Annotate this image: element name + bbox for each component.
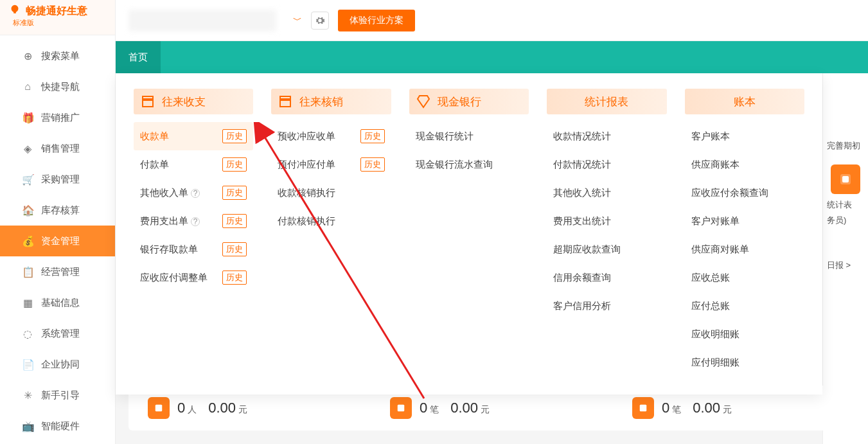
gutter-hint: 务员) — [827, 215, 864, 226]
mega-item[interactable]: 费用支出单?历史 — [134, 207, 253, 235]
sidebar-icon: ▦ — [22, 297, 33, 309]
sidebar-icon: 📄 — [22, 359, 33, 371]
mega-item[interactable]: 费用支出统计 — [547, 207, 666, 235]
mega-item[interactable]: 超期应收款查询 — [547, 235, 666, 263]
mega-item[interactable]: 应收总账 — [685, 263, 804, 292]
sidebar-item-label: 资金管理 — [41, 235, 80, 247]
svg-rect-4 — [640, 405, 647, 412]
history-badge[interactable]: 历史 — [360, 129, 385, 143]
mega-item[interactable]: 预付冲应付单历史 — [271, 150, 391, 179]
gear-icon[interactable] — [311, 12, 329, 30]
mega-item-label: 收款核销执行 — [278, 187, 335, 199]
nav-list: ⊕搜索菜单⌂快捷导航🎁营销推广◈销售管理🛒采购管理🏠库存核算💰资金管理📋经营管理… — [0, 35, 115, 441]
history-badge[interactable]: 历史 — [222, 186, 247, 200]
mega-item-label: 付款情况统计 — [553, 159, 611, 171]
mega-item[interactable]: 现金银行统计 — [409, 122, 529, 150]
mega-item[interactable]: 其他收入统计 — [547, 179, 666, 207]
mega-item-label: 费用支出单? — [140, 215, 200, 227]
mega-item[interactable]: 应付明细账 — [685, 348, 804, 377]
sidebar-item-10[interactable]: 📄企业协同 — [0, 349, 115, 380]
mega-item-label: 应收应付余额查询 — [691, 187, 768, 199]
sidebar-icon: 📺 — [22, 420, 33, 432]
cta-label: 体验行业方案 — [350, 15, 403, 26]
mega-item[interactable]: 供应商账本 — [685, 150, 804, 179]
mega-col-3: 统计报表收款情况统计付款情况统计其他收入统计费用支出统计超期应收款查询信用余额查… — [538, 89, 675, 379]
sidebar-item-4[interactable]: 🛒采购管理 — [0, 164, 115, 195]
chevron-down-icon[interactable]: ﹀ — [293, 15, 302, 26]
stat-amount: 0.00 — [450, 400, 478, 416]
mega-item[interactable]: 应收应付调整单历史 — [134, 263, 253, 292]
history-badge[interactable]: 历史 — [222, 242, 247, 256]
stat-count: 0 — [177, 400, 185, 416]
mega-item-label: 付款核销执行 — [278, 215, 335, 227]
stat-count-unit: 人 — [188, 404, 197, 416]
sidebar-icon: ◌ — [22, 328, 33, 340]
gutter-hint[interactable]: 日报 > — [827, 260, 864, 271]
mega-item-label: 收款情况统计 — [553, 130, 611, 143]
mega-col-title: 往来收支 — [162, 94, 206, 109]
mega-item[interactable]: 现金银行流水查询 — [409, 150, 529, 179]
mega-item[interactable]: 其他收入单?历史 — [134, 179, 253, 207]
sidebar-item-label: 搜索菜单 — [41, 50, 80, 62]
mega-item[interactable]: 应付总账 — [685, 292, 804, 320]
gutter-hint: 统计表 — [827, 199, 864, 211]
mega-item[interactable]: 客户对账单 — [685, 207, 804, 235]
mega-item[interactable]: 收款情况统计 — [547, 122, 666, 150]
mega-item[interactable]: 预收冲应收单历史 — [271, 122, 391, 150]
tab-home[interactable]: 首页 — [116, 41, 161, 73]
sidebar-item-8[interactable]: ▦基础信息 — [0, 287, 115, 318]
sidebar-item-11[interactable]: ✳新手引导 — [0, 380, 115, 411]
tab-strip: 首页 — [116, 41, 868, 73]
mega-item[interactable]: 客户账本 — [685, 122, 804, 150]
sidebar-item-1[interactable]: ⌂快捷导航 — [0, 71, 115, 102]
stat-icon — [390, 397, 412, 419]
org-selector[interactable] — [128, 10, 276, 31]
sidebar-item-3[interactable]: ◈销售管理 — [0, 133, 115, 164]
mega-col-header: 往来收支 — [134, 89, 253, 114]
history-badge[interactable]: 历史 — [360, 157, 385, 172]
sidebar-item-7[interactable]: 📋经营管理 — [0, 256, 115, 287]
mega-item[interactable]: 客户信用分析 — [547, 292, 666, 320]
mega-col-4: 账本客户账本供应商账本应收应付余额查询客户对账单供应商对账单应收总账应付总账应收… — [676, 89, 813, 379]
mega-item[interactable]: 应收明细账 — [685, 320, 804, 348]
mega-item[interactable]: 收款单历史 — [134, 122, 253, 150]
sidebar-item-12[interactable]: 📺智能硬件 — [0, 411, 115, 441]
mega-item[interactable]: 供应商对账单 — [685, 235, 804, 263]
sidebar-item-2[interactable]: 🎁营销推广 — [0, 102, 115, 133]
mega-item-label: 预收冲应收单 — [278, 130, 335, 143]
sidebar-item-0[interactable]: ⊕搜索菜单 — [0, 40, 115, 71]
mega-item-label: 现金银行统计 — [416, 130, 474, 143]
help-icon[interactable]: ? — [191, 217, 200, 226]
sidebar-item-label: 新手引导 — [41, 389, 80, 402]
sidebar-icon: 🛒 — [22, 173, 33, 186]
sidebar-item-6[interactable]: 💰资金管理 — [0, 226, 115, 256]
brand-title: 畅捷通好生意 — [26, 4, 87, 18]
mega-item-label: 客户信用分析 — [553, 300, 611, 312]
stat-count-unit: 笔 — [430, 404, 439, 416]
mega-item[interactable]: 收款核销执行 — [271, 179, 391, 207]
mega-item-label: 供应商账本 — [691, 159, 740, 171]
sidebar-item-5[interactable]: 🏠库存核算 — [0, 195, 115, 226]
mega-item-label: 客户对账单 — [691, 215, 740, 227]
mega-item[interactable]: 付款单历史 — [134, 150, 253, 179]
mega-item[interactable]: 银行存取款单历史 — [134, 235, 253, 263]
mega-item[interactable]: 付款情况统计 — [547, 150, 666, 179]
cta-button[interactable]: 体验行业方案 — [338, 10, 415, 31]
history-badge[interactable]: 历史 — [222, 271, 247, 285]
mega-item[interactable]: 应收应付余额查询 — [685, 179, 804, 207]
sidebar-item-9[interactable]: ◌系统管理 — [0, 318, 115, 349]
mega-col-title: 往来核销 — [299, 94, 343, 109]
mega-col-title: 现金银行 — [438, 94, 481, 109]
stat-amount-unit: 元 — [723, 404, 732, 416]
help-icon[interactable]: ? — [191, 189, 200, 198]
history-badge[interactable]: 历史 — [222, 214, 247, 228]
mega-item[interactable]: 付款核销执行 — [271, 207, 391, 235]
sidebar-item-label: 采购管理 — [41, 173, 80, 186]
history-badge[interactable]: 历史 — [222, 129, 247, 143]
sidebar-icon: 📋 — [22, 266, 33, 278]
mega-item[interactable]: 信用余额查询 — [547, 263, 666, 292]
stat-icon — [632, 397, 654, 419]
history-badge[interactable]: 历史 — [222, 157, 247, 172]
gutter-chip-icon[interactable] — [831, 164, 860, 194]
mega-item-label: 应收总账 — [691, 272, 730, 284]
